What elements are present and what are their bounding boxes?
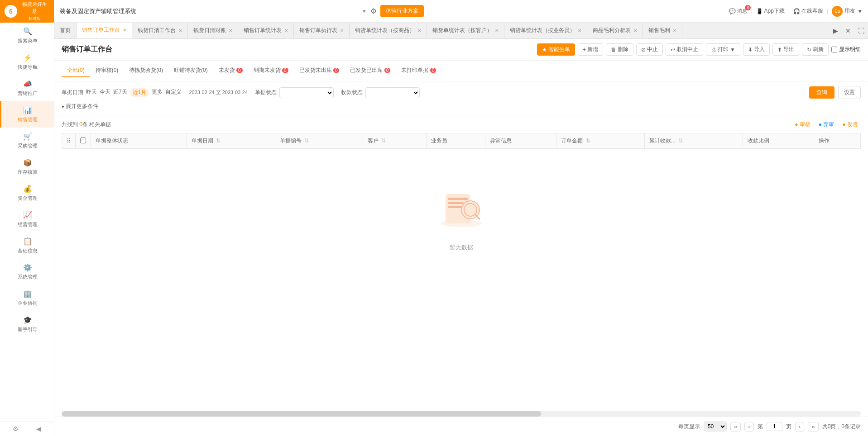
sub-tab-pending-review[interactable]: 待审核(0) [90, 64, 124, 77]
expand-filter-btn[interactable]: ▾ 展开更多条件 [62, 103, 861, 110]
sidebar-settings-btn[interactable]: ⚙ [13, 425, 19, 432]
close-icon[interactable]: ✕ [229, 28, 232, 33]
industry-solution-btn[interactable]: 体验行业方案 [380, 5, 424, 17]
print-btn[interactable]: 🖨 打印 ▼ [706, 43, 740, 56]
sub-tab-all[interactable]: 全部(0) [62, 64, 90, 77]
amount-col-header[interactable]: 订单金额 ⇅ [556, 133, 645, 149]
close-icon[interactable]: ✕ [495, 28, 499, 33]
sidebar-item-label: 基础信息 [18, 247, 38, 254]
delete-btn[interactable]: 🗑 删除 [606, 43, 633, 56]
sidebar-item-operations[interactable]: 📈 经营管理 [0, 206, 54, 232]
page-header: 销售订单工作台 ★ 智能生单 + 新增 🗑 删除 ⊘ 中止 [54, 39, 868, 61]
number-col-header[interactable]: 单据编号 ⇅ [275, 133, 363, 149]
date-today[interactable]: 今天 [100, 88, 110, 97]
close-icon[interactable]: ✕ [178, 28, 182, 33]
header-settings-icon[interactable]: ⚙ [370, 7, 377, 15]
customer-col-header[interactable]: 客户 ⇅ [363, 133, 427, 149]
sidebar-item-guide[interactable]: 🎓 新手引导 [0, 311, 54, 337]
show-detail-checkbox-container[interactable]: 显示明细 [831, 46, 861, 53]
pagination: 每页显示 50 10 20 100 « ‹ 第 页 › » 共0页，0条记录 [54, 417, 868, 436]
sidebar-item-search[interactable]: 🔍 搜索菜单 [0, 23, 54, 49]
dropdown-icon: ▼ [361, 8, 367, 14]
horizontal-scrollbar[interactable] [62, 411, 861, 417]
sidebar-item-marketing[interactable]: 📣 营销推广 [0, 75, 54, 101]
sidebar-item-inventory[interactable]: 📦 库存核算 [0, 154, 54, 180]
tab-home[interactable]: 首页 [54, 23, 77, 38]
date-more[interactable]: 更多 [152, 88, 163, 97]
close-icon[interactable]: ✕ [417, 28, 421, 33]
page-size-select[interactable]: 50 10 20 100 [704, 422, 727, 431]
tab-sales-order-exec[interactable]: 销售订单执行表 ✕ [294, 23, 350, 38]
sidebar-collapse-btn[interactable]: ◀ [36, 425, 41, 432]
setting-btn[interactable]: 设置 [838, 86, 861, 99]
sub-tab-shipped-in[interactable]: 已发货已出库 0 [345, 64, 396, 77]
collected-col-header[interactable]: 累计收款... ⇅ [644, 133, 743, 149]
add-btn[interactable]: + 新增 [578, 43, 603, 56]
close-icon[interactable]: ✕ [578, 28, 581, 33]
first-page-btn[interactable]: « [730, 422, 741, 431]
checkbox-col-header[interactable] [76, 133, 91, 149]
close-icon[interactable]: ✕ [673, 28, 676, 33]
tab-sales-stats-customer[interactable]: 销货单统计表（按客户） ✕ [427, 23, 504, 38]
close-icon[interactable]: ✕ [340, 28, 344, 33]
select-all-checkbox[interactable] [80, 137, 86, 143]
tab-more-btn[interactable]: ▶ [830, 25, 842, 36]
query-btn[interactable]: 查询 [809, 86, 834, 99]
payment-status-select[interactable] [365, 87, 420, 98]
user-info[interactable]: Ea 用友 ▼ [832, 6, 863, 17]
sales-icon: 📊 [23, 106, 32, 114]
sub-tab-not-printed[interactable]: 未打印单据 0 [396, 64, 441, 77]
search-icon: 🔍 [23, 27, 32, 36]
export-btn[interactable]: ⬆ 导出 [772, 43, 799, 56]
prev-page-btn[interactable]: ‹ [744, 422, 753, 431]
sub-tab-not-shipped[interactable]: 未发货 0 [213, 64, 248, 77]
next-page-btn[interactable]: › [795, 422, 804, 431]
last-page-btn[interactable]: » [808, 422, 818, 431]
sidebar-item-purchase[interactable]: 🛒 采购管理 [0, 128, 54, 154]
refresh-btn[interactable]: ↻ 刷新 [802, 43, 829, 56]
tab-sales-order-workbench[interactable]: 销售订单工作台 ✕ [77, 23, 132, 38]
close-icon[interactable]: ✕ [123, 28, 126, 33]
date-custom[interactable]: 自定义 [165, 88, 182, 97]
sidebar-item-base-info[interactable]: 📋 基础信息 [0, 232, 54, 259]
stop-btn[interactable]: ⊘ 中止 [636, 43, 663, 56]
import-btn[interactable]: ⬇ 导入 [743, 43, 770, 56]
smart-create-btn[interactable]: ★ 智能生单 [537, 43, 575, 56]
unreviewed-btn[interactable]: ● 弃审 [816, 120, 837, 129]
sidebar-item-enterprise[interactable]: 🏢 企业协同 [0, 285, 54, 311]
review-btn[interactable]: ● 审核 [792, 120, 813, 129]
sub-tab-wangpu-pending[interactable]: 旺铺待发货(0) [168, 64, 213, 77]
tab-sales-profit[interactable]: 销售毛利 ✕ [643, 23, 682, 38]
tab-fullscreen-btn[interactable]: ⛶ [854, 25, 868, 36]
tab-close-all-btn[interactable]: ✕ [842, 25, 854, 36]
ship-btn[interactable]: ● 发货 [839, 120, 861, 129]
sidebar-item-system[interactable]: ⚙️ 系统管理 [0, 259, 54, 285]
page-number-input[interactable] [767, 422, 782, 431]
tab-sales-stats-product[interactable]: 销货单统计表（按商品） ✕ [350, 23, 427, 38]
close-icon[interactable]: ✕ [284, 28, 288, 33]
date-1month[interactable]: 近1月 [130, 88, 149, 97]
tab-cash-reconcile[interactable]: 钱货日清对账 ✕ [188, 23, 238, 38]
date-7days[interactable]: 近7天 [113, 88, 127, 97]
cancel-stop-btn[interactable]: ↩ 取消中止 [666, 43, 703, 56]
close-icon[interactable]: ✕ [633, 28, 637, 33]
tab-sales-stats-staff[interactable]: 销货单统计表（按业务员） ✕ [504, 23, 587, 38]
online-service-btn[interactable]: 🎧 在线客服 [793, 7, 823, 15]
sub-tab-shipped-not-in[interactable]: 已发货未出库 0 [294, 64, 345, 77]
app-download-btn[interactable]: 📱 App下载 [756, 7, 785, 15]
sub-tab-expired-not-shipped[interactable]: 到期未发货 0 [248, 64, 294, 77]
date-yesterday[interactable]: 昨天 [86, 88, 97, 97]
sidebar-item-sales[interactable]: 📊 销售管理 [0, 101, 54, 128]
date-col-header[interactable]: 单据日期 ⇅ [187, 133, 275, 149]
sidebar-item-finance[interactable]: 💰 资金管理 [0, 180, 54, 206]
show-detail-checkbox[interactable] [831, 47, 837, 52]
scrollbar-thumb[interactable] [62, 411, 541, 417]
tab-cash-daily[interactable]: 钱货日清工作台 ✕ [132, 23, 188, 38]
tab-sales-order-stats[interactable]: 销售订单统计表 ✕ [238, 23, 294, 38]
message-btn[interactable]: 💬 💬 6 消息 [729, 8, 747, 14]
sidebar-item-quick-nav[interactable]: ⚡ 快捷导航 [0, 49, 54, 75]
sub-tab-pending-inspection[interactable]: 待拣货验货(0) [124, 64, 168, 77]
tab-product-margin[interactable]: 商品毛利分析表 ✕ [587, 23, 643, 38]
not-shipped-badge: 0 [236, 68, 243, 73]
doc-status-select[interactable] [279, 87, 334, 98]
